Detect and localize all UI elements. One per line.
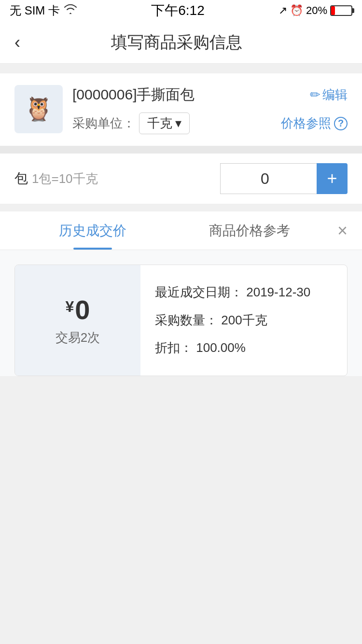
edit-label: 编辑 [322,86,348,103]
alarm-icon: ⏰ [290,4,303,17]
edit-button[interactable]: ✏ 编辑 [310,86,348,103]
product-name: [0000006]手撕面包 [72,85,195,105]
tab-product-price-ref-label: 商品价格参考 [209,222,290,240]
unit-label: 采购单位： [72,115,135,132]
product-row: 🦉 [0000006]手撕面包 ✏ 编辑 采购单位： 千克 ▾ [14,85,348,134]
qty-value: 200千克 [221,313,267,327]
quantity-control: + [108,163,348,194]
bag-icon: 包 [14,169,28,188]
product-logo-icon: 🦉 [24,96,53,123]
currency-symbol: ¥ [66,298,74,316]
status-bar: 无 SIM 卡 下午6:12 ↗ ⏰ 20% [0,0,362,21]
back-button[interactable]: ‹ [14,32,30,53]
header: ‹ 填写商品采购信息 [0,21,362,64]
price-reference-button[interactable]: 价格参照 ? [281,115,348,132]
product-name-row: [0000006]手撕面包 ✏ 编辑 [72,85,348,105]
tab-history-price-label: 历史成交价 [59,222,126,240]
date-value: 2019-12-30 [246,285,310,299]
unit-select-button[interactable]: 千克 ▾ [139,112,190,134]
tabs-header: 历史成交价 商品价格参考 × [0,211,362,250]
transaction-card: ¥ 0 交易2次 最近成交日期： 2019-12-30 采购数量： 200千克 … [14,265,348,376]
transaction-discount: 折扣： 100.00% [155,338,333,358]
product-card: 🦉 [0000006]手撕面包 ✏ 编辑 采购单位： 千克 ▾ [0,73,362,146]
unit-value: 千克 [147,115,172,132]
unit-left: 采购单位： 千克 ▾ [72,112,190,134]
discount-value: 100.00% [196,340,246,355]
page-body: 历史成交价 商品价格参考 × ¥ 0 交易2次 最近成交日期： 2019-12-… [0,211,362,549]
bag-conversion: 1包=10千克 [32,170,98,187]
unit-row: 采购单位： 千克 ▾ 价格参照 ? [72,112,348,134]
status-right: ↗ ⏰ 20% [278,4,352,17]
transaction-count: 交易2次 [56,329,100,346]
discount-label: 折扣： [155,340,193,355]
product-details: [0000006]手撕面包 ✏ 编辑 采购单位： 千克 ▾ 价格参照 ? [72,85,348,134]
wifi-icon [64,4,77,17]
transaction-price-panel: ¥ 0 交易2次 [15,265,140,376]
tabs-container: 历史成交价 商品价格参考 × ¥ 0 交易2次 最近成交日期： 2019-12-… [0,211,362,376]
battery-percent: 20% [306,4,327,17]
location-icon: ↗ [278,4,287,17]
qty-label: 采购数量： [155,313,218,327]
carrier-text: 无 SIM 卡 [10,3,60,18]
status-left: 无 SIM 卡 [10,3,77,18]
battery-icon [330,5,352,16]
page-title: 填写商品采购信息 [30,31,323,54]
transaction-details-panel: 最近成交日期： 2019-12-30 采购数量： 200千克 折扣： 100.0… [140,265,347,376]
transaction-price-value: ¥ 0 [66,294,90,325]
transaction-quantity: 采购数量： 200千克 [155,310,333,331]
status-time: 下午6:12 [151,1,205,20]
tabs-close-button[interactable]: × [328,221,348,241]
quantity-row: 包 1包=10千克 + [0,154,362,204]
section-divider [0,146,362,154]
dropdown-arrow-icon: ▾ [175,116,181,131]
edit-icon: ✏ [310,87,320,102]
product-thumbnail: 🦉 [14,85,63,133]
quantity-input[interactable] [220,163,317,194]
price-ref-label: 价格参照 [281,115,331,132]
tab-product-price-ref[interactable]: 商品价格参考 [171,211,327,250]
price-ref-info-icon: ? [334,117,348,130]
price-number: 0 [75,294,90,325]
unit-bag: 包 1包=10千克 [14,169,98,188]
tab-history-price[interactable]: 历史成交价 [14,211,171,250]
quantity-plus-button[interactable]: + [317,163,348,194]
date-label: 最近成交日期： [155,285,243,299]
transaction-date: 最近成交日期： 2019-12-30 [155,282,333,303]
